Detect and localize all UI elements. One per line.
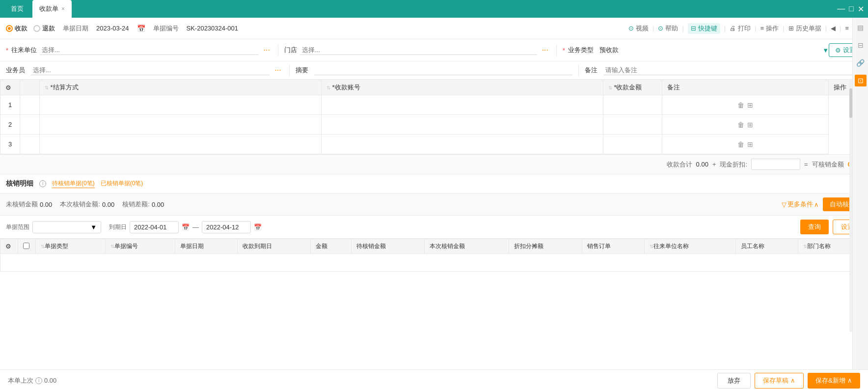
operate-btn[interactable]: ≡ 操作	[760, 24, 779, 33]
copy-row-3-btn[interactable]: ⊞	[747, 140, 753, 148]
settings-icon: ⚙	[5, 84, 11, 91]
vth-settings[interactable]: ⚙	[0, 239, 18, 254]
sidebar-link-icon[interactable]: 🔗	[854, 57, 867, 69]
scrollbar-thumb[interactable]	[849, 88, 852, 118]
history-btn[interactable]: ⊞ 历史单据	[788, 24, 821, 33]
td-note-2[interactable]	[603, 115, 662, 135]
unverified-value: 0.00	[40, 201, 52, 208]
table-row: 1 🗑 ⊞	[0, 95, 868, 115]
radio-refund-label: 退款	[42, 24, 55, 33]
summary-input[interactable]	[314, 65, 573, 75]
help-btn[interactable]: ⊙ 帮助	[658, 24, 678, 33]
table-row: 3 🗑 ⊞	[0, 135, 868, 154]
this-time-value: 0.00	[102, 201, 114, 208]
biz-type-dropdown-icon[interactable]: ▼	[822, 47, 829, 54]
right-sidebar: ▤ ⊟ 🔗 ⊡	[852, 18, 868, 369]
window-maximize-btn[interactable]: □	[849, 4, 854, 13]
due-date-from-input[interactable]	[130, 221, 179, 233]
vth-pending: 待核销金额	[351, 239, 424, 254]
tab-close-icon[interactable]: ×	[61, 5, 65, 12]
vth-doc-num: ⇅单据编号	[105, 239, 175, 254]
td-amount-3[interactable]	[321, 135, 603, 154]
vth-partner-name: ⇅往来单位名称	[644, 239, 735, 254]
note-field: 备注	[585, 65, 862, 75]
vth-doc-type: ⇅单据类型	[36, 239, 106, 254]
staff-more-icon[interactable]: ···	[272, 66, 283, 75]
plus-sign: +	[712, 161, 716, 168]
save-draft-label: 保存草稿	[763, 376, 788, 385]
td-settle-method-1[interactable]	[20, 95, 40, 115]
delete-row-1-btn[interactable]: 🗑	[737, 101, 744, 109]
range-select[interactable]: ▼	[32, 221, 101, 233]
receipt-table-section: ⚙ ⇅ *结算方式 ⇅ *收款账号 ⇅ *收款金额 备注 操作	[0, 80, 868, 155]
list-view-icon[interactable]: ≡	[845, 25, 849, 32]
shop-more-icon[interactable]: ···	[540, 46, 550, 55]
diff-value: 0.00	[152, 201, 164, 208]
td-note-3[interactable]	[603, 135, 662, 154]
note-input[interactable]	[603, 65, 862, 75]
more-conditions-btn[interactable]: ▽ 更多条件 ∧	[782, 200, 819, 209]
unverified-label: 未核销金额	[6, 200, 38, 209]
save-new-button[interactable]: 保存&新增 ∧	[808, 373, 860, 389]
partner-input[interactable]	[40, 45, 259, 55]
sidebar-list-icon[interactable]: ⊟	[856, 39, 866, 51]
sidebar-expand-icon[interactable]: ⊡	[855, 75, 867, 86]
calendar-icon[interactable]: 📅	[137, 25, 145, 32]
th-settings[interactable]: ⚙	[0, 80, 20, 95]
td-settle-method-2[interactable]	[20, 115, 40, 135]
td-settle-method-3[interactable]	[20, 135, 40, 154]
nav-left-btn[interactable]: ◀	[831, 25, 836, 32]
td-receipt-account-1[interactable]	[40, 95, 322, 115]
summary-field: 摘要	[296, 65, 573, 75]
done-tab[interactable]: 已核销单据(0笔)	[101, 179, 143, 188]
footer-info-icon[interactable]: i	[35, 377, 42, 384]
sort-vt-icon: ⇅	[41, 244, 45, 249]
query-button[interactable]: 查询	[800, 220, 829, 234]
copy-row-1-btn[interactable]: ⊞	[747, 101, 753, 109]
window-close-btn[interactable]: ✕	[858, 4, 864, 14]
window-controls: — □ ✕	[837, 4, 864, 14]
video-btn[interactable]: ⊙ 视频	[628, 24, 649, 33]
shop-input[interactable]	[300, 45, 537, 55]
help-icon: ⊙	[658, 25, 663, 32]
staff-input[interactable]	[31, 65, 270, 75]
table-settings-icon: ⚙	[5, 243, 11, 250]
range-filter: 单据范围 ▼	[6, 221, 101, 233]
tab-active[interactable]: 收款单 ×	[32, 0, 72, 18]
toolbar-actions: ⊙ 视频 | ⊙ 帮助 | ⊟ 快捷键 | 🖨 打印 | ≡ 操作	[628, 23, 862, 34]
select-all-checkbox[interactable]	[23, 243, 29, 249]
range-label: 单据范围	[6, 223, 29, 231]
abandon-button[interactable]: 放弃	[717, 373, 751, 389]
print-btn[interactable]: 🖨 打印	[730, 24, 751, 33]
partner-more-icon[interactable]: ···	[262, 46, 272, 55]
shortcut-icon: ⊟	[691, 25, 696, 32]
td-amount-2[interactable]	[321, 115, 603, 135]
shortcut-btn[interactable]: ⊟ 快捷键	[688, 23, 720, 34]
vth-checkbox[interactable]	[18, 239, 36, 254]
radio-receipt[interactable]: 收款	[6, 24, 27, 33]
radio-refund[interactable]: 退款	[33, 24, 55, 33]
operate-icon: ≡	[760, 25, 764, 32]
date-filter: 到期日 📅 — 📅	[109, 221, 262, 233]
td-receipt-account-3[interactable]	[40, 135, 322, 154]
verification-info-icon[interactable]: i	[39, 180, 46, 187]
window-minimize-btn[interactable]: —	[837, 4, 845, 13]
due-date-to-input[interactable]	[202, 221, 251, 233]
td-actions-2: 🗑 ⊞	[662, 115, 828, 135]
calendar-to-icon[interactable]: 📅	[254, 223, 262, 231]
td-note-1[interactable]	[603, 95, 662, 115]
td-amount-1[interactable]	[321, 95, 603, 115]
pending-tab[interactable]: 待核销单据(0笔)	[52, 179, 95, 188]
delete-row-3-btn[interactable]: 🗑	[737, 140, 744, 148]
copy-row-2-btn[interactable]: ⊞	[747, 121, 753, 129]
td-receipt-account-2[interactable]	[40, 115, 322, 135]
discount-input[interactable]	[751, 159, 800, 170]
tab-home[interactable]: 首页	[4, 0, 30, 18]
save-draft-button[interactable]: 保存草稿 ∧	[755, 373, 804, 389]
delete-row-2-btn[interactable]: 🗑	[737, 121, 744, 129]
empty-row	[0, 254, 868, 272]
number-label: 单据编号	[153, 24, 179, 33]
sort-vd-icon: ⇅	[803, 244, 807, 249]
calendar-from-icon[interactable]: 📅	[182, 223, 190, 231]
sidebar-table-icon[interactable]: ▤	[855, 22, 866, 33]
